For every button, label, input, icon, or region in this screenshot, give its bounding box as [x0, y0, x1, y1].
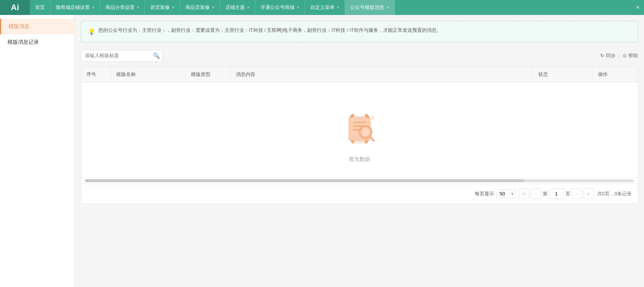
close-tab-store-theme-icon[interactable]: ×: [247, 5, 250, 10]
help-icon: ⊙: [623, 53, 627, 58]
data-table: 序号模版名称模版类型消息内容状态操作: [81, 66, 638, 204]
sidebar: 模版消息模版消息记录: [0, 15, 75, 287]
prev-page-button[interactable]: ‹: [531, 189, 541, 199]
svg-line-10: [373, 116, 374, 117]
th-index: 序号: [81, 67, 111, 82]
nav-tab-category-settings[interactable]: 商品分类设置×: [100, 0, 145, 15]
app-logo: Ai: [0, 0, 30, 15]
nav-tab-store-theme[interactable]: 店铺主题×: [220, 0, 255, 15]
first-page-button[interactable]: ⊲: [519, 189, 529, 199]
search-input[interactable]: [81, 50, 163, 62]
close-tab-shop-settings-icon[interactable]: ×: [92, 5, 95, 10]
page-size-dropdown[interactable]: 50 20 100: [496, 189, 516, 198]
notice-text: 您的公众号行业为：主营行业：，副营行业：需要设置为：主营行业：IT科技 / 互联…: [98, 27, 441, 34]
scrollbar-thumb: [85, 179, 524, 182]
page-size-select: 每页显示 50 20 100 ∨: [475, 189, 516, 198]
search-button[interactable]: 🔍: [153, 52, 160, 59]
sidebar-item-template-msg[interactable]: 模版消息: [0, 19, 74, 34]
sync-button[interactable]: ↻ 同步: [600, 52, 616, 59]
sync-icon: ↻: [600, 53, 604, 58]
total-info: 共0页，0条记录: [597, 190, 632, 197]
next-page-button[interactable]: ›: [572, 189, 582, 199]
nav-tabs: 首页微商城店铺设置×商品分类设置×首页装修×商品页装修×店铺主题×开通公众号商城…: [30, 0, 632, 15]
notice-box: 💡 您的公众号行业为：主营行业：，副营行业：需要设置为：主营行业：IT科技 / …: [81, 21, 638, 42]
top-nav: Ai 首页微商城店铺设置×商品分类设置×首页装修×商品页装修×店铺主题×开通公众…: [0, 0, 644, 15]
page-navigation: ⊲ ‹ 第 页 › ⊳: [519, 189, 594, 199]
nav-tab-shop-settings[interactable]: 微商城店铺设置×: [50, 0, 100, 15]
scrollbar-track: [85, 179, 634, 182]
th-action: 操作: [593, 67, 638, 82]
horizontal-scrollbar[interactable]: [81, 178, 638, 184]
th-status: 状态: [533, 67, 593, 82]
main-layout: 模版消息模版消息记录 💡 您的公众号行业为：主营行业：，副营行业：需要设置为：主…: [0, 15, 644, 287]
help-button[interactable]: ⊙ 帮助: [623, 52, 638, 59]
close-tab-category-settings-icon[interactable]: ×: [137, 5, 139, 10]
divider: |: [619, 53, 620, 58]
empty-text: 暂无数据: [349, 156, 370, 163]
nav-tab-product-decor[interactable]: 商品页装修×: [180, 0, 220, 15]
notice-icon: 💡: [88, 27, 95, 37]
svg-point-7: [372, 117, 374, 119]
close-all-button[interactable]: ×: [632, 4, 644, 11]
search-left: 🔍: [81, 50, 163, 62]
th-type: 模版类型: [186, 67, 231, 82]
th-content: 消息内容: [231, 67, 533, 82]
content-area: 💡 您的公众号行业为：主营行业：，副营行业：需要设置为：主营行业：IT科技 / …: [75, 15, 644, 287]
page-input[interactable]: [549, 189, 564, 199]
close-tab-homepage-decor-icon[interactable]: ×: [172, 5, 175, 10]
th-name: 模版名称: [111, 67, 186, 82]
empty-illustration: [337, 105, 382, 150]
close-tab-custom-menu-icon[interactable]: ×: [337, 5, 339, 10]
svg-point-5: [362, 128, 369, 136]
search-bar: 🔍 ↻ 同步 | ⊙ 帮助: [81, 50, 638, 62]
search-input-wrap: 🔍: [81, 50, 163, 62]
close-tab-template-msg-icon[interactable]: ×: [386, 5, 389, 10]
table-header: 序号模版名称模版类型消息内容状态操作: [81, 67, 638, 83]
pagination-bar: 每页显示 50 20 100 ∨ ⊲ ‹ 第 页: [81, 184, 638, 204]
nav-tab-template-msg[interactable]: 公众号模版消息×: [345, 0, 395, 15]
nav-tab-open-mall[interactable]: 开通公众号商城×: [255, 0, 305, 15]
empty-state: 暂无数据: [81, 83, 638, 178]
nav-tab-homepage-decor[interactable]: 首页装修×: [145, 0, 180, 15]
page-size-wrap: 50 20 100 ∨: [496, 189, 516, 198]
sidebar-item-template-msg-record[interactable]: 模版消息记录: [0, 34, 74, 50]
close-tab-open-mall-icon[interactable]: ×: [297, 5, 299, 10]
nav-tab-home[interactable]: 首页: [30, 0, 50, 15]
last-page-button[interactable]: ⊳: [584, 189, 594, 199]
search-right: ↻ 同步 | ⊙ 帮助: [600, 52, 638, 59]
nav-tab-custom-menu[interactable]: 自定义菜单×: [305, 0, 345, 15]
close-tab-product-decor-icon[interactable]: ×: [212, 5, 215, 10]
